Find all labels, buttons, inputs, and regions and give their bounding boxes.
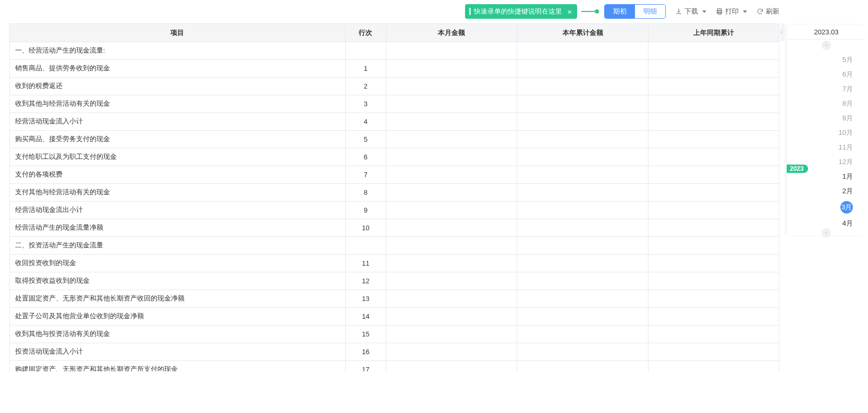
ytd-amount-cell[interactable] xyxy=(517,42,648,59)
prev-amount-cell[interactable] xyxy=(648,183,779,201)
month-amount-cell[interactable] xyxy=(386,343,517,360)
table-row: 经营活动现金流入小计4 xyxy=(10,112,779,130)
month-amount-cell[interactable] xyxy=(386,219,517,236)
period-scroll-up[interactable] xyxy=(787,40,865,51)
period-month[interactable]: 7月 xyxy=(840,84,853,94)
table-row: 支付的各项税费7 xyxy=(10,166,779,183)
prev-amount-cell[interactable] xyxy=(648,166,779,183)
ytd-amount-cell[interactable] xyxy=(517,325,648,343)
period-month[interactable]: 5月 xyxy=(840,55,853,65)
month-amount-cell[interactable] xyxy=(386,360,517,371)
month-amount-cell[interactable] xyxy=(386,254,517,272)
month-amount-cell[interactable] xyxy=(386,112,517,130)
close-icon[interactable]: × xyxy=(567,7,572,16)
prev-amount-cell[interactable] xyxy=(648,272,779,290)
period-scroll-down[interactable] xyxy=(787,227,865,239)
prev-amount-cell[interactable] xyxy=(648,59,779,77)
prev-amount-cell[interactable] xyxy=(648,77,779,95)
prev-amount-cell[interactable] xyxy=(648,236,779,254)
ytd-amount-cell[interactable] xyxy=(517,112,648,130)
col-header-ytd: 本年累计金额 xyxy=(517,24,648,42)
month-amount-cell[interactable] xyxy=(386,77,517,95)
period-month[interactable]: 3月 xyxy=(840,201,853,214)
period-month[interactable]: 12月 xyxy=(839,157,853,167)
refresh-button[interactable]: 刷新 xyxy=(756,7,779,16)
ytd-amount-cell[interactable] xyxy=(517,254,648,272)
chevron-down-icon xyxy=(743,10,747,13)
month-amount-cell[interactable] xyxy=(386,166,517,183)
ytd-amount-cell[interactable] xyxy=(517,59,648,77)
table-row: 处置固定资产、无形资产和其他长期资产收回的现金净额13 xyxy=(10,290,779,307)
item-cell: 购建固定资产、无形资产和其他长期资产所支付的现金 xyxy=(10,360,345,371)
period-month[interactable]: 1月 xyxy=(840,172,853,181)
chevron-down-icon xyxy=(702,10,706,13)
download-icon xyxy=(675,8,682,15)
month-amount-cell[interactable] xyxy=(386,59,517,77)
svg-rect-0 xyxy=(718,9,722,11)
prev-amount-cell[interactable] xyxy=(648,201,779,219)
prev-amount-cell[interactable] xyxy=(648,95,779,112)
month-amount-cell[interactable] xyxy=(386,290,517,307)
period-month[interactable]: 6月 xyxy=(840,70,853,79)
prev-amount-cell[interactable] xyxy=(648,290,779,307)
table-row: 收到其他与投资活动有关的现金15 xyxy=(10,325,779,343)
print-icon xyxy=(716,8,723,15)
period-month[interactable]: 2月 xyxy=(840,186,853,196)
ytd-amount-cell[interactable] xyxy=(517,183,648,201)
item-cell: 经营活动现金流入小计 xyxy=(10,112,345,130)
download-button[interactable]: 下载 xyxy=(675,7,706,16)
table-header-row: 项目 行次 本月金额 本年累计金额 上年同期累计 xyxy=(10,24,779,42)
period-month[interactable]: 8月 xyxy=(840,99,853,108)
month-amount-cell[interactable] xyxy=(386,130,517,148)
period-month[interactable]: 9月 xyxy=(840,114,853,123)
prev-amount-cell[interactable] xyxy=(648,307,779,325)
month-amount-cell[interactable] xyxy=(386,325,517,343)
ytd-amount-cell[interactable] xyxy=(517,343,648,360)
ytd-amount-cell[interactable] xyxy=(517,77,648,95)
prev-amount-cell[interactable] xyxy=(648,112,779,130)
report-table-scroll[interactable]: 项目 行次 本月金额 本年累计金额 上年同期累计 一、经营活动产生的现金流量:销… xyxy=(10,24,779,371)
print-button[interactable]: 打印 xyxy=(716,7,747,16)
period-month[interactable]: 10月 xyxy=(839,128,853,137)
table-row: 经营活动现金流出小计9 xyxy=(10,201,779,219)
download-label: 下载 xyxy=(684,7,698,16)
col-header-month: 本月金额 xyxy=(386,24,517,42)
ytd-amount-cell[interactable] xyxy=(517,236,648,254)
prev-amount-cell[interactable] xyxy=(648,42,779,59)
prev-amount-cell[interactable] xyxy=(648,130,779,148)
prev-amount-cell[interactable] xyxy=(648,148,779,166)
month-amount-cell[interactable] xyxy=(386,95,517,112)
collapse-columns-button[interactable] xyxy=(778,23,785,41)
ytd-amount-cell[interactable] xyxy=(517,166,648,183)
ytd-amount-cell[interactable] xyxy=(517,272,648,290)
col-header-item: 项目 xyxy=(10,24,345,42)
month-amount-cell[interactable] xyxy=(386,183,517,201)
ytd-amount-cell[interactable] xyxy=(517,201,648,219)
prev-amount-cell[interactable] xyxy=(648,325,779,343)
month-amount-cell[interactable] xyxy=(386,307,517,325)
month-amount-cell[interactable] xyxy=(386,236,517,254)
ytd-amount-cell[interactable] xyxy=(517,130,648,148)
prev-amount-cell[interactable] xyxy=(648,219,779,236)
month-amount-cell[interactable] xyxy=(386,42,517,59)
ytd-amount-cell[interactable] xyxy=(517,219,648,236)
month-amount-cell[interactable] xyxy=(386,148,517,166)
prev-amount-cell[interactable] xyxy=(648,254,779,272)
view-detail-button[interactable]: 明细 xyxy=(635,5,665,18)
table-row: 支付给职工以及为职工支付的现金6 xyxy=(10,148,779,166)
month-amount-cell[interactable] xyxy=(386,201,517,219)
prev-amount-cell[interactable] xyxy=(648,360,779,371)
row-number-cell: 6 xyxy=(345,148,386,166)
ytd-amount-cell[interactable] xyxy=(517,290,648,307)
view-period-begin-button[interactable]: 期初 xyxy=(605,5,635,18)
ytd-amount-cell[interactable] xyxy=(517,360,648,371)
item-cell: 支付其他与经营活动有关的现金 xyxy=(10,183,345,201)
ytd-amount-cell[interactable] xyxy=(517,307,648,325)
table-row: 购买商品、接受劳务支付的现金5 xyxy=(10,130,779,148)
prev-amount-cell[interactable] xyxy=(648,343,779,360)
ytd-amount-cell[interactable] xyxy=(517,148,648,166)
ytd-amount-cell[interactable] xyxy=(517,95,648,112)
table-row: 一、经营活动产生的现金流量: xyxy=(10,42,779,59)
period-month[interactable]: 11月 xyxy=(839,143,853,152)
month-amount-cell[interactable] xyxy=(386,272,517,290)
